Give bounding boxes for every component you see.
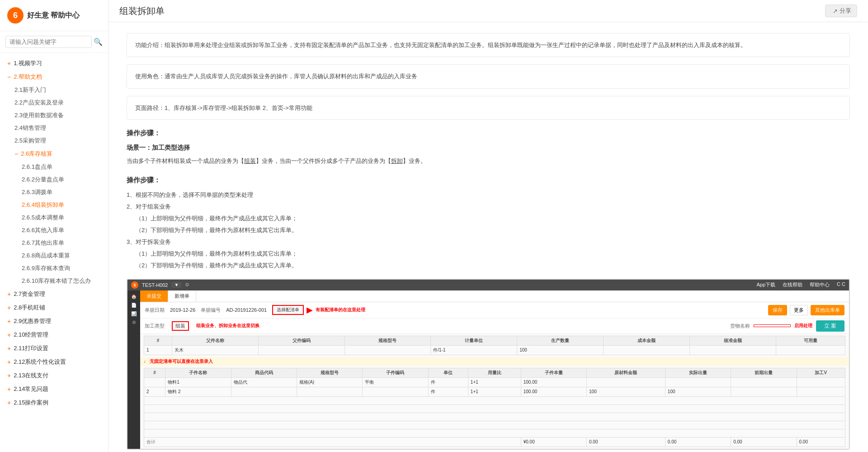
footer-val-5: 0.00 xyxy=(797,437,845,447)
sidebar-item-2-6-7[interactable]: 2.6.7其他出库单 xyxy=(0,237,108,249)
nav-tree: + 1.视频学习 − 2.帮助文档 2.1新手入门 2.2产品安装及登录 2.3… xyxy=(0,53,108,452)
titlebar-dropdown[interactable]: ▼ xyxy=(171,282,181,288)
sidebar-item-2-6-8[interactable]: 2.6.8商品成本重算 xyxy=(0,249,108,262)
sidebar-item-2-15[interactable]: + 2.15操作案例 xyxy=(0,396,108,409)
annotation-1-text: 有装配清单的在这里处理 xyxy=(316,307,365,313)
footer-val-3: 0.00 xyxy=(665,437,731,447)
ltd-mat-cost xyxy=(587,377,665,387)
titlebar-help: 在线帮助 xyxy=(783,281,802,288)
td-available xyxy=(776,345,845,355)
plus-icon-2-12: + xyxy=(7,358,11,366)
lth-actual-out: 实际出量 xyxy=(665,368,731,377)
ltd-actual xyxy=(665,377,731,387)
sidebar-item-2-4[interactable]: 2.4销售管理 xyxy=(0,122,108,134)
mock-type-value: 组装 xyxy=(175,323,185,328)
intro-box: 功能介绍：组装拆卸单用来处理企业组装或拆卸等加工业务，支持有固定装配清单的产品加… xyxy=(127,33,850,57)
lth-child-qty: 子件本量 xyxy=(521,368,586,377)
mock-submit-btn[interactable]: 其他出库单 xyxy=(811,305,844,315)
lth-unit: 单位 xyxy=(428,368,468,377)
th-unit: 计量单位 xyxy=(431,336,517,345)
mock-more-btn[interactable]: 更多 xyxy=(790,305,808,315)
mock-lower-table: # 子件名称 商品代码 规格型号 子件编码 单位 用量比 子件本量 xyxy=(144,368,845,447)
lth-material-cost: 原材料金额 xyxy=(587,368,665,377)
sidebar-item-2-10[interactable]: + 2.10经营管理 xyxy=(0,328,108,342)
lower-table-row xyxy=(144,396,845,404)
ltd-ratio: 1+1 xyxy=(468,377,521,387)
mock-tab-2[interactable]: 新增单 xyxy=(168,290,196,302)
step-3-1: （1）上部明细为父件明细，最终作为原材料生成其它出库单； xyxy=(127,248,850,260)
th-approved: 核准金额 xyxy=(689,336,776,345)
gear-icon[interactable]: ⚙ xyxy=(185,282,189,288)
role-box: 使用角色：通常由生产人员或库管人员完成拆装业务的操作，库管人员确认原材料的出库和… xyxy=(127,64,850,88)
td-parent-name: 关木 xyxy=(172,345,258,355)
mock-form-header: 单据日期 2019-12-26 单据编号 AD-20191226-001 选择配… xyxy=(140,302,849,319)
annotation-1-area: 选择配清单 ▶ 有装配清单的在这里处理 xyxy=(272,305,365,315)
ltd-child-code-2 xyxy=(363,387,428,396)
lth-child-code: 子件编码 xyxy=(363,368,428,377)
td-cost xyxy=(603,345,689,355)
mock-confirm-btn[interactable]: 立 案 xyxy=(816,320,844,332)
sidebar-label-2-7: 2.7资金管理 xyxy=(14,290,45,298)
sidebar-item-1[interactable]: + 1.视频学习 xyxy=(0,57,108,70)
mock-save-btn[interactable]: 保存 xyxy=(768,305,787,315)
ltd-code: 物品代 xyxy=(231,377,297,387)
sidebar-item-2-11[interactable]: + 2.11打印设置 xyxy=(0,342,108,355)
sidebar-item-2-6-9[interactable]: 2.6.9库存账本查询 xyxy=(0,262,108,275)
plus-icon-2-10: + xyxy=(7,331,11,338)
page-title: 组装拆卸单 xyxy=(119,5,165,17)
share-icon: ↗ xyxy=(833,8,838,14)
share-button[interactable]: ↗ 分享 xyxy=(825,5,857,17)
path-text: 页面路径：1、库存核算->库存管理->组装拆卸单 2、首页->常用功能 xyxy=(135,105,312,111)
sidebar-item-2-7[interactable]: + 2.7资金管理 xyxy=(0,287,108,301)
td-num: 1 xyxy=(144,345,172,355)
step-2-2: （2）下部明细为子件明细，最终作为原材料生成其它出库单。 xyxy=(127,224,850,236)
mock-icon-home: 🏠 xyxy=(131,294,137,299)
sidebar-item-2[interactable]: − 2.帮助文档 xyxy=(0,70,108,84)
footer-val-1: ¥0.00 xyxy=(521,437,586,447)
sidebar-item-2-13[interactable]: + 2.13在线支付 xyxy=(0,369,108,382)
sidebar-item-2-8[interactable]: + 2.8手机旺铺 xyxy=(0,301,108,314)
ltd-child-code: 平衡 xyxy=(363,377,428,387)
plus-icon-2-9: + xyxy=(7,318,11,325)
table-row: 1 关木 件/1-1 100 xyxy=(144,345,845,355)
ltd-code-2 xyxy=(231,387,297,396)
sidebar-item-2-6-5[interactable]: 2.6.5成本调整单 xyxy=(0,211,108,224)
search-area: 🔍 xyxy=(0,31,108,53)
mock-main: 未提交 新增单 单据日期 2019-12-26 单据编号 AD-20191226… xyxy=(140,290,849,449)
sidebar-item-2-5[interactable]: 2.5采购管理 xyxy=(0,134,108,147)
sidebar-item-2-2[interactable]: 2.2产品安装及登录 xyxy=(0,96,108,109)
sidebar-item-2-9[interactable]: + 2.9优惠券管理 xyxy=(0,314,108,328)
share-label: 分享 xyxy=(840,7,851,15)
mock-tab-1[interactable]: 未提交 xyxy=(140,290,168,302)
sidebar-item-2-3[interactable]: 2.3使用前数据准备 xyxy=(0,109,108,122)
sidebar-item-2-6-3[interactable]: 2.6.3调拨单 xyxy=(0,186,108,199)
sidebar-item-2-6-6[interactable]: 2.6.6其他入库单 xyxy=(0,224,108,237)
ltd-prev xyxy=(731,377,797,387)
lth-code: 商品代码 xyxy=(231,368,297,377)
sidebar-item-2-6-4[interactable]: 2.6.4组装拆卸单 xyxy=(0,199,108,211)
sidebar-label-2-15: 2.15操作案例 xyxy=(14,399,48,407)
minus-icon-2-6: − xyxy=(14,150,18,157)
sidebar-item-2-14[interactable]: + 2.14常见问题 xyxy=(0,382,108,396)
steps-list: 1、根据不同的业务，选择不同单据的类型来处理 2、对于组装业务 （1）上部明细为… xyxy=(127,189,850,271)
td-qty: 100 xyxy=(517,345,604,355)
mock-date-value: 2019-12-26 xyxy=(170,307,195,313)
sidebar-item-2-6-1[interactable]: 2.6.1盘点单 xyxy=(0,161,108,173)
sidebar-item-2-12[interactable]: + 2.12系统个性化设置 xyxy=(0,355,108,369)
mock-subrow-right: 货物名称 启用处理 立 案 xyxy=(730,320,844,332)
plus-icon-2-14: + xyxy=(7,385,11,393)
sidebar-item-2-6-10[interactable]: 2.6.10库存账本错了怎么办 xyxy=(0,275,108,287)
lower-table-row: 物料1 物品代 规格(A) 平衡 件 1+1 100.00 xyxy=(144,377,845,387)
mock-icon-settings: ⚙ xyxy=(132,320,136,325)
mock-icon-chart: 📊 xyxy=(131,311,137,316)
search-icon[interactable]: 🔍 xyxy=(94,38,103,46)
annotation-4-area: 启用处理 xyxy=(794,323,812,329)
sidebar-item-2-6[interactable]: − 2.6库存核算 xyxy=(0,147,108,161)
sidebar-label-2-11: 2.11打印设置 xyxy=(14,344,48,352)
sidebar-item-2-6-2[interactable]: 2.6.2分量盘点单 xyxy=(0,173,108,186)
plus-icon-2-15: + xyxy=(7,399,11,406)
titlebar-left: 6 TEST-H002 ▼ ⚙ xyxy=(131,281,189,289)
sidebar-item-2-1[interactable]: 2.1新手入门 xyxy=(0,84,108,96)
search-input[interactable] xyxy=(5,36,92,48)
plus-icon-2-11: + xyxy=(7,345,11,352)
